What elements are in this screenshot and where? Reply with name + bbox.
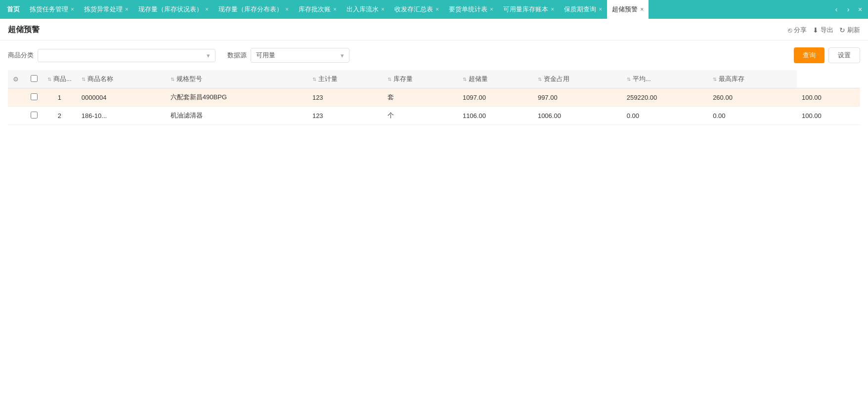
nav-item-collect-summary[interactable]: 收发存汇总表 × <box>390 0 444 19</box>
sort-icon[interactable]: ⇅ <box>627 77 631 82</box>
close-icon[interactable]: × <box>71 6 74 13</box>
share-icon: ⎋ <box>788 26 792 34</box>
th-label: 规格型号 <box>176 75 202 83</box>
th-label: 超储量 <box>469 75 488 83</box>
nav-item-inout-flow[interactable]: 出入库流水 × <box>342 0 390 19</box>
export-button[interactable]: ⬇ 导出 <box>813 26 833 35</box>
nav-item-stock-dist[interactable]: 现存量（库存分布表） × <box>214 0 294 19</box>
row-stock: 1106.00 <box>458 107 533 125</box>
sort-icon[interactable]: ⇅ <box>713 77 717 82</box>
table-header-row: ⚙ ⇅ 商品... ⇅ 商品名称 <box>8 70 860 88</box>
sort-icon[interactable]: ⇅ <box>312 77 316 82</box>
nav-item-home[interactable]: 首页 <box>2 0 25 19</box>
th-checkbox <box>26 70 43 88</box>
sort-icon[interactable]: ⇅ <box>463 77 467 82</box>
category-filter: 商品分类 ▾ <box>8 49 216 62</box>
nav-label: 拣货任务管理 <box>30 5 68 14</box>
row-product-name: 六配套新昌490BPG <box>166 88 307 107</box>
nav-next-button[interactable]: › <box>842 0 854 19</box>
close-icon[interactable]: × <box>435 6 439 13</box>
header-actions: ⎋ 分享 ⬇ 导出 ↻ 刷新 <box>788 26 860 35</box>
nav-item-overstock-warning[interactable]: 超储预警 × <box>607 0 649 19</box>
close-icon[interactable]: × <box>205 6 209 13</box>
page-container: 超储预警 ⎋ 分享 ⬇ 导出 ↻ 刷新 商品分类 ▾ 数据源 <box>0 19 868 395</box>
nav-item-order-stats[interactable]: 要货单统计表 × <box>444 0 498 19</box>
nav-prev-button[interactable]: ‹ <box>830 0 842 19</box>
nav-item-stock-batch[interactable]: 库存批次账 × <box>294 0 342 19</box>
row-overstock: 1006.00 <box>533 107 622 125</box>
nav-item-available-stock[interactable]: 可用量库存账本 × <box>498 0 559 19</box>
table-row: 1 0000004 六配套新昌490BPG 123 套 1097.00 997.… <box>8 88 860 107</box>
row-capital: 0.00 <box>622 107 708 125</box>
nav-more-button[interactable]: × <box>854 0 866 19</box>
row-max-stock: 100.00 <box>797 88 860 107</box>
row-unit: 个 <box>383 107 458 125</box>
settings-button[interactable]: 设置 <box>828 47 860 63</box>
nav-label: 拣货异常处理 <box>84 5 123 14</box>
close-icon[interactable]: × <box>285 6 289 13</box>
close-icon[interactable]: × <box>599 6 602 13</box>
th-settings: ⚙ <box>8 70 26 88</box>
share-label: 分享 <box>794 26 807 35</box>
nav-item-tanhuo-exception[interactable]: 拣货异常处理 × <box>79 0 133 19</box>
th-label: 最高库存 <box>719 75 744 83</box>
nav-item-stock-status[interactable]: 现存量（库存状况表） × <box>133 0 214 19</box>
nav-label: 超储预警 <box>612 5 638 14</box>
nav-item-tanhuo-task[interactable]: 拣货任务管理 × <box>25 0 79 19</box>
page-header: 超储预警 ⎋ 分享 ⬇ 导出 ↻ 刷新 <box>0 19 868 40</box>
row-stock: 1097.00 <box>458 88 533 107</box>
category-select[interactable]: ▾ <box>38 49 216 62</box>
table-container: ⚙ ⇅ 商品... ⇅ 商品名称 <box>0 70 868 125</box>
th-capital: ⇅ 资金占用 <box>533 70 622 88</box>
row-overstock: 997.00 <box>533 88 622 107</box>
nav-item-quality-check[interactable]: 保质期查询 × <box>559 0 607 19</box>
sort-icon[interactable]: ⇅ <box>82 77 86 82</box>
close-icon[interactable]: × <box>490 6 493 13</box>
sort-icon[interactable]: ⇅ <box>171 77 174 82</box>
export-icon: ⬇ <box>813 26 819 34</box>
datasource-label: 数据源 <box>227 51 247 60</box>
close-icon[interactable]: × <box>551 6 554 13</box>
row-unit: 套 <box>383 88 458 107</box>
row-spec: 123 <box>307 107 383 125</box>
nav-label: 可用量库存账本 <box>503 5 548 14</box>
th-label: 商品... <box>53 75 72 83</box>
data-table: ⚙ ⇅ 商品... ⇅ 商品名称 <box>8 70 860 125</box>
row-capital: 259220.00 <box>622 88 708 107</box>
sort-icon[interactable]: ⇅ <box>388 77 391 82</box>
refresh-button[interactable]: ↻ 刷新 <box>839 26 860 35</box>
top-navigation: 首页 拣货任务管理 × 拣货异常处理 × 现存量（库存状况表） × 现存量（库存… <box>0 0 868 19</box>
nav-arrows: ‹ › × <box>830 0 866 19</box>
th-stock: ⇅ 库存量 <box>383 70 458 88</box>
table-row: 2 186-10... 机油滤清器 123 个 1106.00 1006.00 … <box>8 107 860 125</box>
row-checkbox-cell <box>26 88 43 107</box>
row-gear-cell <box>8 107 26 125</box>
th-label: 主计量 <box>318 75 338 83</box>
th-label: 商品名称 <box>87 75 113 83</box>
sort-icon[interactable]: ⇅ <box>47 77 51 82</box>
nav-label: 出入库流水 <box>347 5 379 14</box>
row-checkbox[interactable] <box>31 93 38 100</box>
close-icon[interactable]: × <box>381 6 385 13</box>
close-icon[interactable]: × <box>125 6 129 13</box>
nav-home-label: 首页 <box>7 5 20 14</box>
select-all-checkbox[interactable] <box>31 75 38 82</box>
refresh-icon: ↻ <box>839 26 845 34</box>
export-label: 导出 <box>821 26 833 35</box>
share-button[interactable]: ⎋ 分享 <box>788 26 807 35</box>
datasource-value: 可用量 <box>256 51 275 60</box>
filter-bar: 商品分类 ▾ 数据源 可用量 ▾ 查询 设置 <box>0 40 868 70</box>
chevron-down-icon: ▾ <box>207 52 210 59</box>
close-icon[interactable]: × <box>640 6 644 13</box>
query-button[interactable]: 查询 <box>794 47 825 63</box>
nav-label: 库存批次账 <box>299 5 331 14</box>
close-icon[interactable]: × <box>333 6 337 13</box>
gear-icon[interactable]: ⚙ <box>13 76 19 83</box>
datasource-select[interactable]: 可用量 ▾ <box>251 48 349 63</box>
row-avg: 0.00 <box>708 107 797 125</box>
row-checkbox[interactable] <box>31 112 38 118</box>
row-product-code: 186-10... <box>77 107 166 125</box>
sort-icon[interactable]: ⇅ <box>538 77 542 82</box>
nav-label: 收发存汇总表 <box>394 5 433 14</box>
page-title: 超储预警 <box>8 25 40 35</box>
